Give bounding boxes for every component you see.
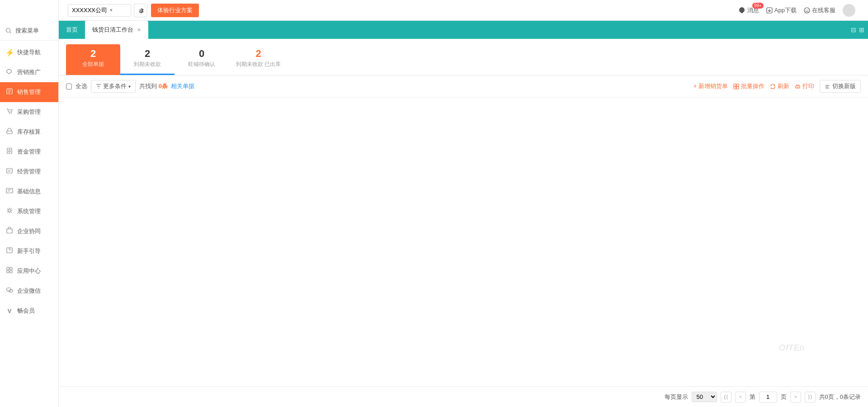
svg-point-9 — [11, 113, 12, 114]
svg-point-4 — [806, 9, 807, 10]
first-page-button[interactable]: ⟨⟨ — [721, 392, 731, 402]
sidebar-item-basic-info[interactable]: 基础信息 — [0, 182, 58, 201]
tab-maximize-icon[interactable]: ⊞ — [859, 26, 864, 33]
stat-num-wangpu: 0 — [182, 48, 222, 60]
svg-rect-27 — [734, 87, 736, 89]
sidebar-item-label: 企业微信 — [17, 287, 41, 295]
sidebar-item-marketing[interactable]: 营销推广 — [0, 62, 58, 82]
message-button[interactable]: 消息 99+ — [738, 6, 759, 14]
per-page-select[interactable]: 50 20 100 — [692, 392, 717, 402]
stat-tab-overdue[interactable]: 2 到期未收款 — [120, 44, 175, 75]
stat-tab-wangpu[interactable]: 0 旺铺待确认 — [175, 44, 229, 75]
tab-close-icon[interactable]: ✕ — [137, 27, 141, 33]
trial-button[interactable]: 体验行业方案 — [151, 4, 199, 17]
stat-tab-overdue-unshipped[interactable]: 2 到期未收款 已出库 — [229, 44, 288, 75]
print-button[interactable]: 打印 — [795, 82, 814, 90]
found-prefix: 共找到 — [139, 83, 157, 89]
sidebar-item-label: 经营管理 — [17, 168, 41, 176]
sidebar-item-label: 库存核算 — [17, 128, 41, 136]
sidebar-item-inventory[interactable]: 库存核算 — [0, 122, 58, 142]
company-name: XXXXXX公司 — [72, 6, 107, 14]
app-download-button[interactable]: App下载 — [766, 6, 797, 14]
batch-button[interactable]: 批量操作 — [733, 82, 764, 90]
tab-workbench[interactable]: 钱货日清工作台 ✕ — [85, 21, 148, 39]
svg-rect-22 — [10, 271, 12, 273]
sidebar-menu: ⚡ 快捷导航 营销推广 销售管理 采购管理 — [0, 41, 58, 407]
svg-point-5 — [807, 9, 808, 10]
svg-rect-21 — [7, 271, 9, 273]
svg-rect-14 — [6, 188, 13, 193]
page-label: 第 — [750, 393, 755, 401]
svg-rect-13 — [7, 168, 12, 173]
stats-tabs: 2 全部单据 2 到期未收款 0 旺铺待确认 2 到期未收款 已出库 — [59, 39, 868, 75]
sidebar-item-member[interactable]: V 畅会员 — [0, 301, 58, 321]
pagination-bar: 每页显示 50 20 100 ⟨⟨ ＜ 第 页 ＞ ⟩⟩ 共0页，0条记录 — [59, 386, 868, 407]
related-link[interactable]: 相关单据 — [171, 83, 194, 89]
svg-rect-26 — [736, 84, 739, 86]
refresh-button[interactable]: 刷新 — [770, 82, 789, 90]
stat-label-all: 全部单据 — [73, 61, 113, 68]
sidebar-item-label: 采购管理 — [17, 108, 41, 116]
tab-home[interactable]: 首页 — [59, 21, 85, 39]
member-icon: V — [5, 308, 14, 314]
sidebar-item-label: 新手引导 — [17, 247, 41, 255]
sidebar-item-quick-nav[interactable]: ⚡ 快捷导航 — [0, 42, 58, 62]
filter-label: 更多条件 — [103, 82, 127, 90]
page-input[interactable] — [759, 392, 777, 402]
sidebar-search-label: 搜索菜单 — [15, 27, 39, 35]
sidebar-item-label: 资金管理 — [17, 148, 41, 156]
app-download-label: App下载 — [774, 6, 797, 14]
svg-rect-28 — [736, 87, 739, 89]
settings-button[interactable] — [134, 4, 147, 17]
header-right: 消息 99+ App下载 在线客服 — [738, 4, 863, 17]
svg-point-15 — [8, 209, 11, 212]
sidebar-item-label: 销售管理 — [17, 88, 41, 96]
select-all-label[interactable]: 全选 — [75, 82, 87, 90]
sidebar-item-guide[interactable]: 新手引导 — [0, 241, 58, 261]
print-label: 打印 — [802, 82, 814, 90]
svg-rect-20 — [10, 267, 12, 270]
tab-workbench-label: 钱货日清工作台 — [92, 26, 133, 34]
prev-page-button[interactable]: ＜ — [735, 392, 746, 402]
guide-icon — [5, 247, 14, 256]
finance-icon — [5, 147, 14, 156]
main-content: 2 全部单据 2 到期未收款 0 旺铺待确认 2 到期未收款 已出库 全选 — [59, 39, 868, 407]
sidebar-item-sales[interactable]: 销售管理 — [0, 82, 58, 102]
sidebar-item-label: 快捷导航 — [17, 48, 41, 56]
filter-button[interactable]: 更多条件 ▾ — [91, 80, 136, 93]
marketing-icon — [5, 68, 14, 77]
sidebar-item-finance[interactable]: 资金管理 — [0, 142, 58, 162]
total-label: 共0页，0条记录 — [819, 393, 861, 401]
sidebar-item-purchase[interactable]: 采购管理 — [0, 102, 58, 122]
sidebar-search[interactable]: 搜索菜单 — [0, 21, 58, 41]
svg-point-3 — [804, 8, 810, 13]
sidebar: 搜索菜单 ⚡ 快捷导航 营销推广 销售管理 采购管理 — [0, 0, 59, 407]
next-page-button[interactable]: ＞ — [790, 392, 801, 402]
tab-minimize-icon[interactable]: ⊟ — [851, 26, 856, 33]
add-sale-button[interactable]: + 新增销货单 — [693, 82, 728, 90]
sidebar-item-system[interactable]: 系统管理 — [0, 201, 58, 221]
found-count: 0条 — [159, 83, 168, 89]
batch-label: 批量操作 — [741, 82, 764, 90]
sidebar-item-wechat[interactable]: 企业微信 — [0, 281, 58, 301]
sidebar-item-enterprise[interactable]: 企业协同 — [0, 221, 58, 241]
system-icon — [5, 207, 14, 216]
avatar[interactable] — [843, 4, 855, 17]
sidebar-item-app-center[interactable]: 应用中心 — [0, 261, 58, 281]
last-page-button[interactable]: ⟩⟩ — [805, 392, 816, 402]
toolbar-left: 全选 更多条件 ▾ 共找到 0条 相关单据 — [66, 80, 690, 93]
top-header: 6 畅捷通好生意 标准版 XXXXXX公司 ▼ 体验行业方案 消息 99+ Ap… — [0, 0, 868, 21]
stat-num-overdue: 2 — [127, 48, 167, 60]
basic-info-icon — [5, 187, 14, 196]
sidebar-item-label: 系统管理 — [17, 207, 41, 215]
online-service-button[interactable]: 在线客服 — [804, 6, 835, 14]
svg-point-18 — [9, 252, 9, 252]
select-all-checkbox[interactable] — [66, 84, 72, 89]
stat-tab-all[interactable]: 2 全部单据 — [66, 44, 120, 75]
add-sale-label: + 新增销货单 — [693, 82, 728, 90]
per-page-label: 每页显示 — [665, 393, 688, 401]
sidebar-item-operation[interactable]: 经营管理 — [0, 162, 58, 182]
company-selector[interactable]: XXXXXX公司 ▼ — [68, 4, 131, 17]
quick-nav-icon: ⚡ — [5, 48, 14, 57]
switch-version-button[interactable]: 切换新版 — [820, 80, 861, 93]
